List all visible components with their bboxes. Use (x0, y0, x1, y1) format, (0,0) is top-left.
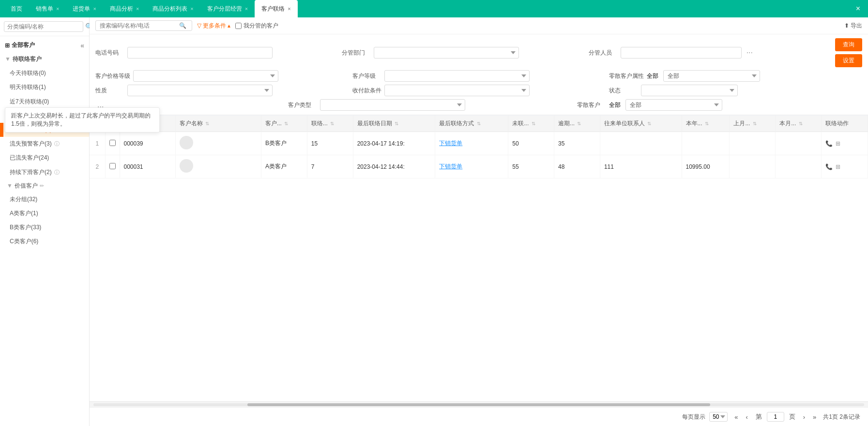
customer-level-select[interactable] (384, 70, 530, 82)
phone-input[interactable] (127, 47, 273, 59)
row-checkbox-1[interactable] (105, 132, 120, 155)
sidebar-a-class[interactable]: A类客户(1) (0, 206, 89, 220)
th-this-year[interactable]: 本年... ⇅ (682, 116, 730, 132)
nav-customer-segmentation-close[interactable]: × (245, 0, 248, 17)
pagination: 每页显示 50 « ‹ 第 页 › » 共1页 2条记录 (90, 407, 868, 426)
qr-action-icon-1[interactable]: ⊞ (836, 140, 840, 147)
department-select[interactable] (374, 47, 519, 59)
row-last-method-1[interactable]: 下销货单 (435, 132, 508, 155)
nav-customer-segmentation-label: 客户分层经营 (207, 0, 242, 17)
nav-product-analysis-close[interactable]: × (136, 0, 139, 17)
nav-sales-label: 销售单 (36, 0, 53, 17)
tooltip-box: 距客户上次交易时长，超过了此客户的平均交易周期的1.5倍，则视为异常。 (5, 107, 160, 132)
payment-select[interactable] (384, 85, 530, 96)
my-customers-checkbox[interactable]: 我分管的客户 (235, 22, 278, 30)
main-search-input[interactable] (100, 22, 177, 29)
sidebar-value-customers[interactable]: ▼ 价值客户 ✏ (0, 179, 89, 192)
qr-action-icon-2[interactable]: ⊞ (836, 163, 840, 170)
nature-label: 性质 (95, 87, 124, 95)
row-checkbox-2[interactable] (105, 155, 120, 178)
scatter-attr-select[interactable]: 全部 (663, 70, 760, 82)
customer-table: ⚙ 客户编码 ⇅ 客户名称 ⇅ 客户... ⇅ 联络... ⇅ 最后联络日期 ⇅… (90, 116, 868, 178)
scatter-customer-value: 全部 (609, 101, 621, 109)
th-this-month[interactable]: 本月... ⇅ (776, 116, 822, 132)
my-customers-check[interactable] (235, 23, 242, 29)
nav-sales-close[interactable]: × (56, 0, 59, 17)
row-partner-1 (600, 132, 682, 155)
nav-purchase-close[interactable]: × (93, 0, 96, 17)
manager-input[interactable] (621, 47, 742, 59)
th-overdue[interactable]: 逾期... ⇅ (554, 116, 600, 132)
th-type[interactable]: 客户... ⇅ (261, 116, 307, 132)
row-partner-2: 111 (600, 155, 682, 178)
th-name[interactable]: 客户名称 ⇅ (176, 116, 261, 132)
sidebar-search-input[interactable] (4, 21, 83, 32)
page-end-label: 页 (786, 411, 798, 422)
th-last-month[interactable]: 上月... ⇅ (730, 116, 776, 132)
th-partner[interactable]: 往来单位联系人 ⇅ (600, 116, 682, 132)
row-last-method-2[interactable]: 下销货单 (435, 155, 508, 178)
sidebar-c-class[interactable]: C类客户(6) (0, 235, 89, 249)
th-contact[interactable]: 联络... ⇅ (307, 116, 353, 132)
sidebar-pending-header[interactable]: ▼ 待联络客户 (0, 52, 89, 66)
chevron-up-icon (228, 22, 230, 29)
sidebar-today-pending[interactable]: 今天待联络(0) (0, 66, 89, 80)
phone-action-icon-1[interactable]: 📞 (825, 140, 833, 147)
main-search-icon[interactable]: 🔍 (179, 22, 186, 29)
nav-home[interactable]: 首页 (4, 0, 29, 17)
filter-nature: 性质 (95, 85, 349, 96)
row-this-month-2 (776, 155, 822, 178)
nav-purchase[interactable]: 进货单 × (66, 0, 103, 17)
nature-select[interactable] (127, 85, 273, 96)
nav-customer-segmentation[interactable]: 客户分层经营 × (200, 0, 255, 17)
set-button[interactable]: 设置 (835, 54, 862, 67)
more-conditions-label: 更多条件 (203, 22, 226, 30)
th-pending[interactable]: 未联... ⇅ (508, 116, 554, 132)
export-button[interactable]: ⬆ 导出 (844, 22, 862, 30)
row-2-checkbox[interactable] (109, 163, 116, 169)
scatter-customer-select[interactable]: 全部 (625, 99, 722, 111)
scatter-attr-label: 零散客户属性 (609, 72, 644, 80)
status-select[interactable] (641, 85, 738, 96)
query-button[interactable]: 查询 (835, 38, 862, 51)
customer-type-select[interactable] (320, 99, 465, 111)
page-number-input[interactable] (767, 412, 784, 422)
sidebar-churn-warning[interactable]: 流失预警客户(3) ⓘ (0, 137, 89, 151)
manager-dots[interactable]: ··· (745, 48, 755, 57)
price-level-select[interactable] (133, 70, 278, 82)
edit-icon[interactable]: ✏ (40, 183, 44, 189)
first-page-button[interactable]: « (731, 412, 741, 422)
sidebar-ungrouped[interactable]: 未分组(32) (0, 192, 89, 206)
th-last-date[interactable]: 最后联络日期 ⇅ (353, 116, 435, 132)
row-name-1 (176, 132, 261, 155)
per-page-select[interactable]: 50 (709, 412, 728, 422)
last-page-button[interactable]: » (810, 412, 819, 422)
sidebar-tomorrow-pending[interactable]: 明天待联络(1) (0, 80, 89, 94)
sidebar-7days-pending[interactable]: 近7天待联络(0) (0, 95, 89, 109)
sidebar-search-area: 🔍 (0, 17, 89, 36)
sidebar-declining[interactable]: 持续下滑客户(2) ⓘ (0, 165, 89, 179)
table-body: 1 000039 B类客户 15 2023-04-17 14:19: 下销货单 … (90, 132, 868, 178)
customer-type-label: 客户类型 (288, 101, 317, 109)
more-conditions-button[interactable]: ▽ 更多条件 (197, 22, 230, 30)
horizontal-scrollbar[interactable] (90, 401, 868, 407)
phone-action-icon-2[interactable]: 📞 (825, 163, 833, 170)
row-1-checkbox[interactable] (109, 140, 116, 146)
sidebar-churned[interactable]: 已流失客户(24) (0, 151, 89, 165)
filter-payment: 收付款条件 (352, 85, 606, 96)
nav-customer-contact-close[interactable]: × (288, 0, 290, 17)
sidebar-all-customers[interactable]: ⊞ 全部客户 « (0, 38, 89, 52)
nav-product-analysis-list-close[interactable]: × (190, 0, 193, 17)
nav-product-analysis-list[interactable]: 商品分析列表 × (146, 0, 200, 17)
nav-product-analysis[interactable]: 商品分析 × (103, 0, 146, 17)
scroll-thumb[interactable] (247, 403, 710, 406)
prev-page-button[interactable]: ‹ (743, 412, 750, 422)
th-last-method[interactable]: 最后联络方式 ⇅ (435, 116, 508, 132)
next-page-button[interactable]: › (800, 412, 808, 422)
nav-sales[interactable]: 销售单 × (29, 0, 66, 17)
global-close-button[interactable]: × (852, 4, 864, 13)
sidebar-b-class[interactable]: B类客户(33) (0, 220, 89, 235)
collapse-icon[interactable]: « (80, 42, 84, 49)
nav-customer-contact[interactable]: 客户联络 × (255, 0, 297, 17)
filter-row-1: 电话号码 分管部门 分管人员 ··· 查询 设置 (95, 38, 862, 67)
